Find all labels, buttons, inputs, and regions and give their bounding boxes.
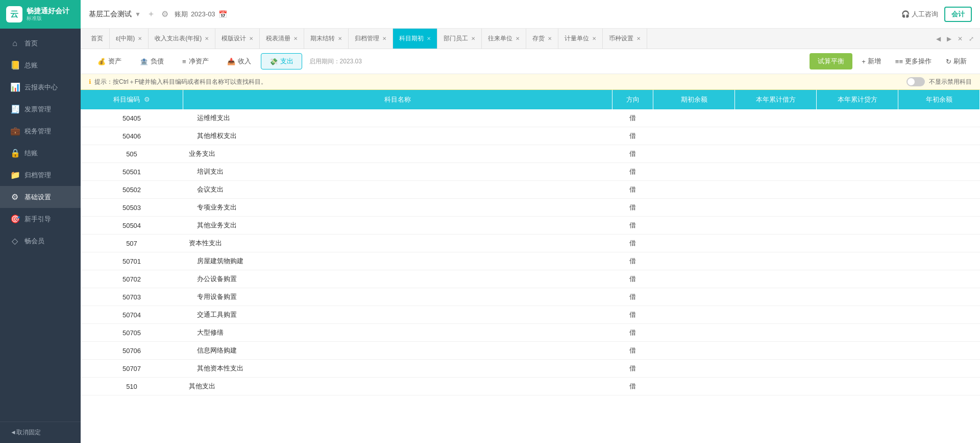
tab-close-midterm[interactable]: ✕ [138, 36, 142, 41]
cell-direction: 借 [612, 252, 653, 270]
table-row[interactable]: 50704交通工具购置借 [81, 306, 980, 324]
table-row[interactable]: 50701房屋建筑物购建借 [81, 252, 980, 270]
refresh-button[interactable]: ↻ 刷新 [941, 54, 972, 69]
cat-tab-asset[interactable]: 💰 资产 [89, 53, 130, 69]
settings-button[interactable]: ⚙ [161, 9, 168, 19]
tab-period-end[interactable]: 期末结转 ✕ [304, 29, 349, 49]
sidebar-collapse-btn[interactable]: ◄取消固定 [0, 422, 81, 443]
table-row[interactable]: 50703专用设备购置借 [81, 288, 980, 306]
cell-name: 会议支出 [183, 181, 612, 199]
cell-code: 50706 [81, 342, 183, 360]
tab-tax-table[interactable]: 税表清册 ✕ [260, 29, 304, 49]
subject-table: 科目编码 ⚙ 科目名称 方向 期初余额 本年累计借方 本年累计贷方 年初余额 5… [81, 90, 980, 395]
table-row[interactable]: 507资本性支出借 [81, 235, 980, 252]
sidebar-item-reports[interactable]: 📊 云报表中心 [0, 76, 81, 98]
add-tab-button[interactable]: ＋ [147, 9, 155, 19]
add-button[interactable]: + 新增 [856, 54, 886, 69]
tab-close-currency[interactable]: ✕ [636, 36, 641, 41]
disable-toggle[interactable] [906, 77, 925, 86]
cell-code: 50502 [81, 181, 183, 199]
table-row[interactable]: 510其他支出借 [81, 378, 980, 395]
table-row[interactable]: 50702办公设备购置借 [81, 270, 980, 288]
tab-expand-button[interactable]: ⤢ [967, 33, 976, 44]
sidebar-item-guide[interactable]: 🎯 新手引导 [0, 208, 81, 230]
tab-close-template[interactable]: ✕ [249, 36, 253, 41]
tab-midterm[interactable]: ε(中期) ✕ [110, 29, 149, 49]
tab-prev-button[interactable]: ◀ [934, 33, 943, 44]
hint-text: 提示：按Ctrl＋F键并输入科目编码或者科目名称可以查找科目。 [94, 78, 267, 86]
cell-direction: 借 [612, 235, 653, 252]
tab-unit[interactable]: 计量单位 ✕ [558, 29, 603, 49]
table-row[interactable]: 50501培训支出借 [81, 163, 980, 181]
table-row[interactable]: 50405运维维支出借 [81, 109, 980, 127]
tab-counterparty[interactable]: 往来单位 ✕ [482, 29, 526, 49]
table-row[interactable]: 50705大型修缮借 [81, 324, 980, 342]
column-settings-icon[interactable]: ⚙ [144, 96, 150, 103]
cat-tab-net-asset[interactable]: ≡ 净资产 [174, 53, 217, 69]
sidebar-label-invoice: 发票管理 [24, 105, 51, 114]
tab-close-inventory[interactable]: ✕ [548, 36, 552, 41]
tab-template[interactable]: 模版设计 ✕ [215, 29, 260, 49]
sidebar-item-tax[interactable]: 💼 税务管理 [0, 120, 81, 142]
tab-close-all-button[interactable]: ✕ [955, 33, 965, 44]
cell-balance [653, 145, 735, 163]
sidebar-item-member[interactable]: ◇ 畅会员 [0, 230, 81, 252]
sidebar-item-settings[interactable]: ⚙ 基础设置 [0, 186, 81, 208]
tab-currency[interactable]: 币种设置 ✕ [603, 29, 647, 49]
cell-credit [817, 378, 898, 395]
calc-balance-button[interactable]: 试算平衡 [810, 53, 852, 69]
cat-tab-liability[interactable]: 🏦 负债 [131, 53, 173, 69]
sidebar-item-home[interactable]: ⌂ 首页 [0, 33, 81, 54]
company-selector[interactable]: 基层工会测试 ▼ [89, 10, 141, 19]
user-role-button[interactable]: 会计 [944, 7, 972, 22]
tab-department[interactable]: 部门员工 ✕ [437, 29, 482, 49]
table-row[interactable]: 50707其他资本性支出借 [81, 360, 980, 378]
calendar-icon[interactable]: 📅 [218, 10, 227, 18]
tab-archive[interactable]: 归档管理 ✕ [349, 29, 393, 49]
cat-tab-expense[interactable]: 💸 支出 [261, 53, 302, 69]
table-wrapper: 科目编码 ⚙ 科目名称 方向 期初余额 本年累计借方 本年累计贷方 年初余额 5… [81, 90, 980, 443]
cell-credit [817, 270, 898, 288]
tab-subject-init[interactable]: 科目期初 ✕ [393, 29, 437, 49]
more-actions-button[interactable]: ≡≡ 更多操作 [890, 54, 937, 69]
cell-code: 507 [81, 235, 183, 252]
cat-tab-income[interactable]: 📥 收入 [218, 53, 260, 69]
tab-home[interactable]: 首页 [85, 29, 110, 49]
sidebar-item-invoice[interactable]: 🧾 发票管理 [0, 98, 81, 120]
member-icon: ◇ [10, 236, 19, 246]
cell-debit [735, 235, 817, 252]
help-button[interactable]: 🎧 人工咨询 [901, 10, 938, 19]
table-row[interactable]: 50503专项业务支出借 [81, 199, 980, 217]
table-row[interactable]: 505业务支出借 [81, 145, 980, 163]
table-row[interactable]: 50502会议支出借 [81, 181, 980, 199]
table-row[interactable]: 50706信息网络购建借 [81, 342, 980, 360]
tab-close-unit[interactable]: ✕ [592, 36, 596, 41]
sidebar-item-archive[interactable]: 📁 归档管理 [0, 164, 81, 186]
tab-close-tax-table[interactable]: ✕ [293, 36, 298, 41]
cell-code: 510 [81, 378, 183, 395]
category-bar: 💰 资产 🏦 负债 ≡ 净资产 📥 收入 💸 支出 启用期间：2023.03 试 [81, 49, 980, 74]
sidebar-item-close[interactable]: 🔒 结账 [0, 142, 81, 164]
tab-close-archive[interactable]: ✕ [382, 36, 386, 41]
header-debit: 本年累计借方 [735, 90, 817, 109]
tab-inventory[interactable]: 存货 ✕ [526, 29, 558, 49]
tab-close-income-report[interactable]: ✕ [205, 36, 209, 41]
tab-next-button[interactable]: ▶ [945, 33, 953, 44]
cell-code: 50703 [81, 288, 183, 306]
sidebar-item-ledger[interactable]: 📒 总账 [0, 54, 81, 76]
cell-credit [817, 127, 898, 145]
tab-close-period-end[interactable]: ✕ [338, 36, 342, 41]
tab-label-counterparty: 往来单位 [488, 34, 512, 43]
tab-close-department[interactable]: ✕ [471, 36, 475, 41]
cell-direction: 借 [612, 306, 653, 324]
table-row[interactable]: 50504其他业务支出借 [81, 217, 980, 235]
cell-balance [653, 199, 735, 217]
cell-debit [735, 145, 817, 163]
tab-close-subject-init[interactable]: ✕ [427, 36, 431, 41]
sidebar-label-archive: 归档管理 [24, 171, 51, 180]
table-row[interactable]: 50406其他维权支出借 [81, 127, 980, 145]
cell-code: 50704 [81, 306, 183, 324]
tab-close-counterparty[interactable]: ✕ [516, 36, 520, 41]
tab-income-report[interactable]: 收入支出表(年报) ✕ [149, 29, 215, 49]
cell-direction: 借 [612, 199, 653, 217]
